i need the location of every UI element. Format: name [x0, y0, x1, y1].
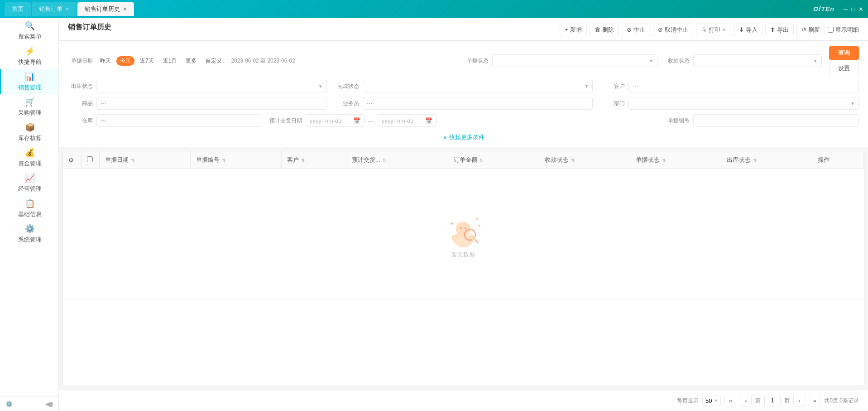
doc-number-input[interactable] [693, 114, 859, 127]
import-label: 导入 [746, 26, 758, 34]
filter-completion-status-item: 完成状态 ▼ [334, 80, 593, 92]
sidebar-bottom-volume-icon[interactable]: ◀▮ [45, 401, 53, 407]
tab-home[interactable]: 首页 [5, 2, 31, 16]
col-order-amount[interactable]: 订单金额 ⇅ [448, 151, 539, 169]
department-arrow-icon: ▼ [850, 101, 855, 106]
page-number-input[interactable] [764, 395, 781, 406]
empty-state: ✦ ✦ ✦ 暂无数据 [68, 174, 858, 295]
col-order-amount-label: 订单金额 [454, 156, 477, 163]
print-label: 打印 [709, 26, 720, 34]
new-button[interactable]: + 新增 [560, 24, 587, 36]
sidebar-item-quick-nav[interactable]: ⚡ 快捷导航 [0, 44, 58, 69]
sidebar-item-search-menu[interactable]: 🔍 搜索菜单 [0, 18, 58, 44]
col-operations-label: 操作 [818, 156, 830, 163]
last-page-button[interactable]: » [809, 395, 820, 406]
import-button[interactable]: ⬇ 导入 [734, 24, 762, 36]
col-customer[interactable]: 客户 ⇅ [281, 151, 346, 169]
sidebar-item-sales-mgmt[interactable]: 📊 销售管理 [0, 69, 58, 94]
col-doc-number[interactable]: 单据编号 ⇅ [190, 151, 281, 169]
show-detail-checkbox[interactable] [828, 27, 834, 33]
table-settings-icon[interactable]: ⚙ [68, 157, 74, 164]
svg-text:✦: ✦ [450, 220, 455, 227]
col-payment-status[interactable]: 收款状态 ⇅ [539, 151, 630, 169]
col-settings[interactable]: ⚙ [63, 151, 81, 169]
collapse-button[interactable]: ∧ 收起更多条件 [443, 133, 484, 141]
select-all-checkbox[interactable] [87, 156, 93, 162]
col-doc-status[interactable]: 单据状态 ⇅ [630, 151, 721, 169]
table-head: ⚙ 单据日期 ⇅ 单据编号 ⇅ [63, 151, 864, 169]
tab-sales-order[interactable]: 销售订单 ✕ [32, 2, 77, 16]
delete-button[interactable]: 🗑 删除 [590, 24, 619, 36]
tab-sales-order-label: 销售订单 [39, 5, 62, 13]
sort-icon-order-amount: ⇅ [480, 158, 483, 163]
shortcut-custom[interactable]: 自定义 [202, 56, 225, 66]
fund-mgmt-icon: 💰 [25, 148, 35, 158]
col-outbound-status[interactable]: 出库状态 ⇅ [721, 151, 812, 169]
completion-status-select[interactable]: ▼ [363, 80, 593, 92]
shortcut-today[interactable]: 今天 [116, 56, 134, 66]
sort-icon-payment-status: ⇅ [571, 158, 575, 163]
doc-status-label: 单据状态 [464, 57, 489, 65]
close-btn[interactable]: ✕ [858, 6, 863, 13]
sidebar-bottom-settings-icon[interactable]: ⚙️ [5, 401, 13, 407]
sort-icon-doc-number: ⇅ [222, 158, 225, 163]
export-button[interactable]: ⬆ 导出 [765, 24, 794, 36]
show-detail-label[interactable]: 显示明细 [828, 26, 859, 34]
refresh-button[interactable]: ↺ 刷新 [796, 24, 825, 36]
product-input[interactable]: ··· [96, 97, 327, 110]
shortcut-last7[interactable]: 近7天 [136, 56, 158, 66]
sidebar-item-inventory-calc[interactable]: 📦 库存核算 [0, 120, 58, 145]
delivery-date-to[interactable]: yyyy-mm-dd 📅 [378, 114, 436, 127]
table-body: ✦ ✦ ✦ 暂无数据 [63, 169, 864, 300]
next-page-button[interactable]: › [793, 395, 805, 406]
page-title: 销售订单历史 [68, 23, 111, 32]
sidebar-item-fund-mgmt[interactable]: 💰 资金管理 [0, 145, 58, 170]
tab-sales-order-history[interactable]: 销售订单历史 ✕ [77, 2, 134, 16]
sidebar-item-sales-mgmt-label: 销售管理 [18, 83, 42, 92]
page-size-select[interactable]: 50 ▼ [702, 396, 721, 406]
doc-status-select[interactable]: ▼ [492, 54, 658, 67]
stop-button[interactable]: ⊘ 中止 [622, 24, 650, 36]
outbound-status-label: 出库状态 [68, 82, 93, 90]
col-outbound-status-label: 出库状态 [727, 156, 750, 163]
page-label-post: 页 [784, 397, 790, 405]
col-checkbox[interactable] [81, 151, 99, 169]
minimize-btn[interactable]: ─ [844, 6, 848, 13]
customer-input[interactable]: ··· [628, 80, 859, 92]
date-filter-label: 单据日期 [68, 57, 93, 65]
query-button[interactable]: 查询 [829, 46, 859, 60]
tab-sales-order-close[interactable]: ✕ [65, 6, 69, 12]
tab-sales-order-history-close[interactable]: ✕ [123, 6, 127, 12]
salesperson-label: 业务员 [334, 100, 359, 107]
department-select[interactable]: ▼ [628, 97, 859, 110]
sidebar-item-basic-info[interactable]: 📋 基础信息 [0, 196, 58, 221]
col-operations: 操作 [812, 151, 864, 169]
print-button[interactable]: 🖨 打印 ▼ [696, 24, 731, 36]
delivery-date-from[interactable]: yyyy-mm-dd 📅 [306, 114, 364, 127]
svg-line-6 [474, 239, 478, 242]
prev-page-button[interactable]: ‹ [740, 395, 752, 406]
sort-icon-customer: ⇅ [301, 158, 305, 163]
sidebar-item-purchase-mgmt[interactable]: 🛒 采购管理 [0, 94, 58, 120]
maximize-btn[interactable]: □ [851, 6, 855, 13]
settings-button[interactable]: 设置 [829, 62, 859, 75]
doc-number-label: 单据编号 [665, 117, 690, 125]
sidebar-item-system-mgmt[interactable]: ⚙️ 系统管理 [0, 221, 58, 247]
shortcut-more[interactable]: 更多 [182, 56, 200, 66]
col-expected-delivery[interactable]: 预计交货... ⇅ [346, 151, 448, 169]
payment-status-select[interactable]: ▼ [693, 54, 822, 67]
col-doc-date[interactable]: 单据日期 ⇅ [99, 151, 190, 169]
print-icon: 🖨 [701, 26, 707, 33]
shortcut-last1m[interactable]: 近1月 [159, 56, 181, 66]
warehouse-input[interactable]: ··· [96, 114, 262, 127]
first-page-button[interactable]: « [724, 395, 736, 406]
date-separator: — [368, 117, 374, 124]
empty-state-cell: ✦ ✦ ✦ 暂无数据 [63, 169, 864, 300]
outbound-status-select[interactable]: ▼ [96, 80, 327, 92]
salesperson-input[interactable]: ··· [363, 97, 593, 110]
cancel-stop-button[interactable]: ⊘ 取消中止 [653, 24, 693, 36]
sidebar-item-operations-mgmt[interactable]: 📈 经营管理 [0, 170, 58, 196]
collapse-label: 收起更多条件 [449, 133, 484, 141]
footer-pagination: 每页显示 50 ▼ « ‹ 第 页 › » 共0页,0条记录 [59, 390, 868, 411]
shortcut-yesterday[interactable]: 昨天 [96, 56, 115, 66]
